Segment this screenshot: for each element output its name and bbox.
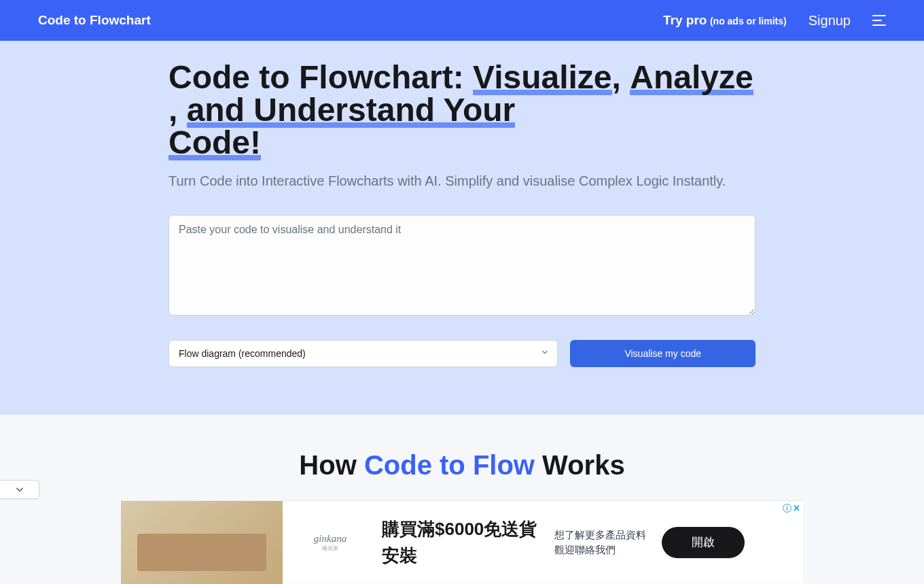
header: Code to Flowchart Try pro (no ads or lim… xyxy=(0,0,924,41)
try-pro-sublabel: (no ads or limits) xyxy=(710,16,787,27)
controls-row: Flow diagram (recommended) Visualise my … xyxy=(168,340,756,367)
code-input[interactable] xyxy=(168,215,756,315)
logo[interactable]: Code to Flowchart xyxy=(38,13,151,28)
try-pro-link[interactable]: Try pro (no ads or limits) xyxy=(663,13,787,28)
hero-section: Code to Flowchart: Visualize, Analyze, a… xyxy=(0,41,924,415)
diagram-type-select-wrap: Flow diagram (recommended) xyxy=(168,340,558,367)
hamburger-menu-icon[interactable] xyxy=(872,15,886,26)
how-title: How Code to Flow Works xyxy=(0,450,924,481)
hero-subtitle: Turn Code into Interactive Flowcharts wi… xyxy=(168,171,756,190)
ad-collapse-tab[interactable] xyxy=(0,480,39,481)
diagram-type-select[interactable]: Flow diagram (recommended) xyxy=(168,340,558,367)
hero-title: Code to Flowchart: Visualize, Analyze, a… xyxy=(168,61,756,159)
header-right: Try pro (no ads or limits) Signup xyxy=(663,13,886,29)
try-pro-label: Try pro xyxy=(663,13,707,27)
how-section: How Code to Flow Works xyxy=(0,415,924,481)
signup-link[interactable]: Signup xyxy=(808,13,851,29)
visualise-button[interactable]: Visualise my code xyxy=(570,340,756,367)
